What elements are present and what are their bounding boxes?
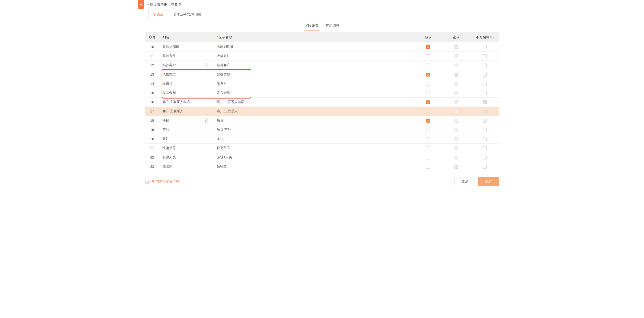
- checkbox-readonly[interactable]: [483, 54, 487, 58]
- row-displayname[interactable]: 项目.车号: [214, 125, 414, 134]
- header-bar: 当前设置单据：销货单: [138, 0, 506, 9]
- tab-1[interactable]: 表体区–销货单明细: [168, 9, 206, 19]
- footer-buttons: 取消 保存: [454, 177, 499, 186]
- cell-required: [442, 116, 470, 125]
- checkbox-show[interactable]: [426, 165, 430, 169]
- row-colname-text: 发票号: [162, 82, 172, 86]
- checkbox-show[interactable]: [426, 146, 430, 150]
- row-colname: 发票号: [159, 79, 214, 88]
- row-displayname[interactable]: 收款到期日: [214, 42, 414, 52]
- cell-readonly: [470, 79, 499, 88]
- row-displayname[interactable]: 收款条件: [214, 52, 414, 61]
- add-subfield-button[interactable]: +: [204, 118, 208, 122]
- row-seq: 17: [145, 107, 159, 116]
- row-colname-text: 快递单号: [162, 146, 176, 150]
- row-colname: 收款条件: [159, 52, 214, 61]
- checkbox-show[interactable]: [426, 156, 430, 160]
- row-colname-text: 收款条件: [162, 54, 176, 58]
- cell-show: [414, 162, 442, 171]
- expand-sidebar-button[interactable]: [138, 0, 144, 9]
- gear-icon: [151, 180, 154, 184]
- row-seq: 22: [145, 153, 159, 162]
- cell-show: [414, 107, 442, 116]
- checkbox-show[interactable]: [426, 137, 430, 141]
- checkbox-required: [454, 100, 458, 104]
- checkbox-show[interactable]: [426, 119, 430, 122]
- cell-required: [442, 88, 470, 98]
- cancel-button[interactable]: 取消: [454, 177, 475, 186]
- row-displayname[interactable]: 项目: [214, 116, 414, 125]
- checkbox-required: [454, 64, 458, 67]
- row-displayname[interactable]: 快递单号: [214, 144, 414, 153]
- checkbox-show[interactable]: [426, 82, 430, 86]
- cell-required: [442, 107, 470, 116]
- row-colname-text: 步骤人员: [162, 155, 176, 160]
- row-seq: 13: [145, 70, 159, 79]
- checkbox-readonly[interactable]: [483, 91, 487, 95]
- checkbox-required: [454, 128, 458, 132]
- title-doc: 销货单: [171, 2, 182, 6]
- row-seq: 15: [145, 88, 159, 98]
- chevron-right-double-icon: [140, 3, 143, 6]
- help-icon[interactable]: ?: [145, 180, 149, 184]
- checkbox-show[interactable]: [426, 91, 430, 95]
- table-row: 23预收款预收款: [145, 162, 499, 171]
- row-displayname[interactable]: 客户.主联系人: [214, 107, 414, 116]
- checkbox-show[interactable]: [426, 45, 430, 49]
- cell-required: [442, 134, 470, 144]
- row-seq: 18: [145, 116, 159, 125]
- subtab-1[interactable]: 布局调整: [325, 24, 340, 30]
- row-colname: 步骤人员: [159, 153, 214, 162]
- checkbox-required: [454, 45, 458, 49]
- checkbox-required: [454, 165, 458, 169]
- subtab-0[interactable]: 字段设置: [304, 24, 319, 30]
- cell-required: [442, 52, 470, 61]
- row-displayname[interactable]: 发票号: [214, 79, 414, 88]
- checkbox-readonly[interactable]: [483, 45, 487, 49]
- checkbox-readonly[interactable]: [483, 156, 487, 160]
- checkbox-show[interactable]: [426, 128, 430, 132]
- row-displayname[interactable]: 发票金额: [214, 88, 414, 98]
- checkbox-required: [454, 146, 458, 150]
- checkbox-show[interactable]: [426, 54, 430, 58]
- cell-readonly: [470, 125, 499, 134]
- checkbox-readonly[interactable]: [483, 64, 487, 67]
- cell-readonly: [470, 88, 499, 98]
- tab-0[interactable]: 表头区: [148, 9, 168, 19]
- checkbox-show[interactable]: [426, 110, 430, 114]
- row-displayname[interactable]: 客户.主联系人电话: [214, 98, 414, 107]
- row-colname-text: 客户.主联系人电话: [162, 100, 190, 104]
- row-displayname[interactable]: 步骤1人员: [214, 153, 414, 162]
- checkbox-readonly[interactable]: [483, 73, 487, 76]
- cell-show: [414, 144, 442, 153]
- row-displayname[interactable]: 备注: [214, 134, 414, 144]
- col-header-required: 必录: [442, 32, 470, 42]
- checkbox-readonly[interactable]: [483, 146, 487, 150]
- checkbox-required: [454, 137, 458, 141]
- checkbox-show[interactable]: [426, 64, 430, 67]
- checkbox-required: [454, 156, 458, 160]
- cell-required: [442, 144, 470, 153]
- cell-show: [414, 79, 442, 88]
- checkbox-readonly[interactable]: [483, 137, 487, 141]
- add-subfield-button[interactable]: +: [204, 63, 208, 67]
- checkbox-show[interactable]: [426, 73, 430, 76]
- row-displayname[interactable]: 预收款: [214, 162, 414, 171]
- row-displayname[interactable]: 票据类型: [214, 70, 414, 79]
- checkbox-readonly[interactable]: [483, 128, 487, 132]
- row-colname: 发票金额: [159, 88, 214, 98]
- checkbox-readonly[interactable]: [483, 165, 487, 169]
- cell-readonly: [470, 61, 499, 70]
- checkbox-readonly[interactable]: [483, 82, 487, 86]
- row-colname: 结算客户+: [159, 61, 214, 70]
- cell-show: [414, 70, 442, 79]
- row-seq: 12: [145, 61, 159, 70]
- row-displayname[interactable]: 结算客户: [214, 61, 414, 70]
- checkbox-show[interactable]: [426, 100, 430, 104]
- cell-readonly: [470, 98, 499, 107]
- row-colname-text: 收款到期日: [162, 45, 179, 49]
- row-colname: 项目+: [159, 116, 214, 125]
- manage-custom-fields-link[interactable]: 管理自定义字段: [156, 180, 179, 184]
- help-icon[interactable]: ?: [490, 36, 494, 39]
- save-button[interactable]: 保存: [478, 177, 499, 186]
